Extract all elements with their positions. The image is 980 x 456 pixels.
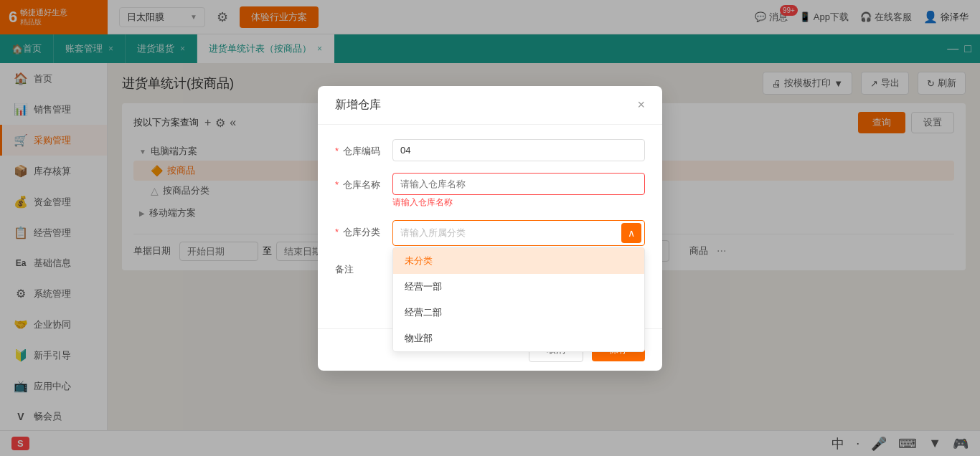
name-label: * 仓库名称	[335, 173, 392, 191]
category-input-text: 请输入所属分类	[400, 227, 621, 239]
category-dropdown: 未分类 经营一部 经营二部 物业部	[392, 247, 645, 352]
code-input-wrap	[392, 139, 645, 161]
category-toggle-button[interactable]: ∧	[621, 223, 641, 243]
name-error-tip: 请输入仓库名称	[392, 196, 645, 209]
dropdown-item-dept2[interactable]: 经营二部	[393, 300, 644, 326]
category-input-row[interactable]: 请输入所属分类 ∧	[392, 220, 645, 246]
code-field-row: * 仓库编码	[335, 139, 645, 161]
modal-overlay: 新增仓库 × * 仓库编码 * 仓库名称	[0, 0, 980, 456]
name-input[interactable]	[392, 173, 645, 195]
name-field-row: * 仓库名称 请输入仓库名称	[335, 173, 645, 209]
modal-header: 新增仓库 ×	[318, 86, 662, 125]
code-label: * 仓库编码	[335, 139, 392, 158]
dropdown-item-uncategorized[interactable]: 未分类	[393, 248, 644, 274]
modal-title: 新增仓库	[335, 98, 381, 113]
dropdown-item-property[interactable]: 物业部	[393, 326, 644, 351]
category-input-wrap: 请输入所属分类 ∧ 未分类 经营一部 经营二部 物业部	[392, 220, 645, 246]
remark-label: 备注	[335, 257, 392, 276]
modal-close-button[interactable]: ×	[637, 98, 645, 113]
category-label: * 仓库分类	[335, 220, 392, 239]
dropdown-item-dept1[interactable]: 经营一部	[393, 274, 644, 300]
category-field-row: * 仓库分类 请输入所属分类 ∧ 未分类 经营一部 经营二部 物业部	[335, 220, 645, 246]
name-input-wrap: 请输入仓库名称	[392, 173, 645, 209]
code-input[interactable]	[392, 139, 645, 161]
modal-body: * 仓库编码 * 仓库名称 请输入仓库名称	[318, 125, 662, 328]
add-warehouse-modal: 新增仓库 × * 仓库编码 * 仓库名称	[318, 86, 662, 371]
